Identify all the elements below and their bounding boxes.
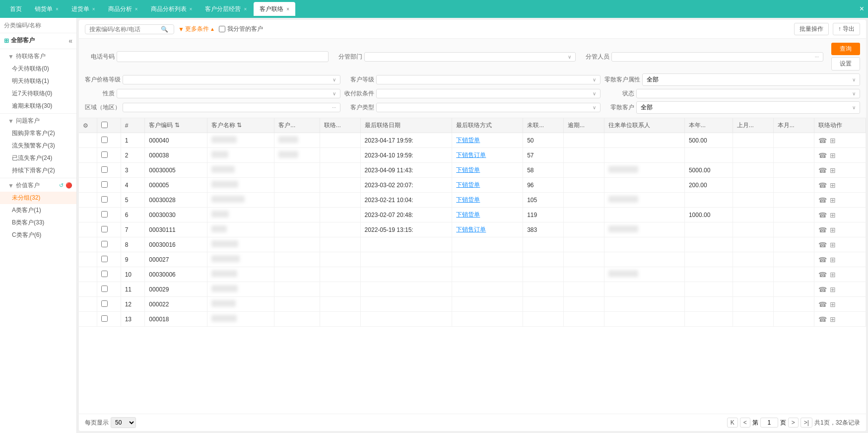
- row-select-checkbox[interactable]: [101, 181, 108, 188]
- filter-region-select[interactable]: ···: [123, 103, 340, 112]
- filter-price-level-select[interactable]: ∨: [123, 75, 340, 84]
- row-grid-icon[interactable]: ⊞: [830, 300, 836, 308]
- row-grid-icon[interactable]: ⊞: [830, 241, 836, 249]
- row-select-checkbox[interactable]: [101, 226, 108, 232]
- prev-page-btn[interactable]: <: [740, 418, 750, 428]
- row-call-icon[interactable]: ☎: [818, 271, 827, 279]
- checkbox-col-header[interactable]: [97, 118, 121, 133]
- row-select-checkbox[interactable]: [101, 211, 108, 217]
- export-btn[interactable]: ↑ 导出: [833, 23, 860, 35]
- page-input[interactable]: [760, 418, 778, 428]
- row-grid-icon[interactable]: ⊞: [830, 211, 836, 219]
- sidebar-item-overdue[interactable]: 逾期未联络(30): [0, 100, 76, 112]
- filter-customer-type-select[interactable]: ∨: [376, 103, 600, 112]
- row-checkbox[interactable]: [97, 163, 121, 178]
- sidebar-all-customers[interactable]: ⊞ 全部客户 «: [0, 33, 76, 48]
- tab-product-analysis[interactable]: 商品分析 ×: [102, 2, 144, 16]
- sidebar-group-problem[interactable]: ▼ 问题客户: [0, 115, 76, 127]
- row-checkbox[interactable]: [97, 178, 121, 193]
- row-select-checkbox[interactable]: [101, 271, 108, 277]
- row-call-icon[interactable]: ☎: [818, 211, 827, 219]
- row-call-icon[interactable]: ☎: [818, 181, 827, 189]
- sidebar-collapse-btn[interactable]: «: [68, 37, 72, 45]
- row-checkbox[interactable]: [97, 282, 121, 297]
- row-call-icon[interactable]: ☎: [818, 137, 827, 144]
- row-checkbox[interactable]: [97, 267, 121, 282]
- filter-nature-select[interactable]: ∨: [117, 89, 340, 98]
- close-customer-tier-icon[interactable]: ×: [244, 6, 247, 12]
- row-grid-icon[interactable]: ⊞: [830, 181, 836, 189]
- sidebar-search-input[interactable]: [4, 22, 77, 29]
- query-btn[interactable]: 查询: [831, 43, 860, 55]
- tab-purchase[interactable]: 进货单 ×: [66, 2, 101, 16]
- sidebar-item-ungrouped[interactable]: 未分组(32): [0, 192, 76, 204]
- row-checkbox[interactable]: [97, 193, 121, 208]
- row-checkbox[interactable]: [97, 222, 121, 237]
- close-window-icon[interactable]: ×: [860, 4, 864, 13]
- filter-retail-attr-select[interactable]: 全部 ∨: [642, 73, 860, 86]
- first-page-btn[interactable]: K: [727, 418, 738, 428]
- reset-btn[interactable]: 设置: [831, 57, 860, 71]
- row-call-icon[interactable]: ☎: [818, 196, 827, 204]
- row-call-icon[interactable]: ☎: [818, 300, 827, 308]
- row-grid-icon[interactable]: ⊞: [830, 166, 836, 174]
- settings-col-header[interactable]: ⚙: [79, 118, 97, 133]
- row-call-icon[interactable]: ☎: [818, 151, 827, 159]
- value-add-icon[interactable]: 🔴: [66, 182, 72, 189]
- filter-more-btn[interactable]: ▼ 更多条件 ▲: [178, 25, 215, 33]
- row-call-icon[interactable]: ☎: [818, 256, 827, 264]
- row-grid-icon[interactable]: ⊞: [830, 226, 836, 234]
- row-grid-icon[interactable]: ⊞: [830, 151, 836, 159]
- close-sales-icon[interactable]: ×: [56, 6, 59, 12]
- sidebar-item-hoard[interactable]: 囤购异常客户(2): [0, 127, 76, 140]
- tab-sales[interactable]: 销货单 ×: [29, 2, 65, 16]
- sidebar-item-a-class[interactable]: A类客户(1): [0, 204, 76, 216]
- filter-status-select[interactable]: ∨: [636, 89, 860, 98]
- sidebar-item-b-class[interactable]: B类客户(33): [0, 216, 76, 229]
- close-product-analysis-icon[interactable]: ×: [135, 6, 138, 12]
- sidebar-item-today[interactable]: 今天待联络(0): [0, 63, 76, 75]
- filter-phone-input[interactable]: [117, 51, 329, 62]
- filter-payment-select[interactable]: ∨: [376, 89, 600, 98]
- row-grid-icon[interactable]: ⊞: [830, 137, 836, 144]
- page-size-select[interactable]: 50 100 200: [111, 417, 136, 428]
- sidebar-item-churn[interactable]: 流失预警客户(3): [0, 140, 76, 152]
- row-call-icon[interactable]: ☎: [818, 166, 827, 174]
- close-customer-contact-icon[interactable]: ×: [286, 6, 289, 12]
- filter-customer-level-select[interactable]: ∨: [376, 75, 600, 84]
- row-checkbox[interactable]: [97, 148, 121, 163]
- row-select-checkbox[interactable]: [101, 241, 108, 247]
- batch-ops-btn[interactable]: 批量操作: [794, 23, 829, 35]
- my-customers-checkbox[interactable]: [219, 26, 225, 32]
- value-refresh-icon[interactable]: ↺: [59, 182, 64, 189]
- last-page-btn[interactable]: >|: [801, 418, 812, 428]
- filter-staff-select[interactable]: ···: [611, 52, 823, 62]
- sidebar-group-value[interactable]: ▼ 价值客户 ↺ 🔴: [0, 179, 76, 192]
- next-page-btn[interactable]: >: [788, 418, 799, 428]
- tab-home[interactable]: 首页: [4, 2, 28, 16]
- row-call-icon[interactable]: ☎: [818, 241, 827, 249]
- tab-customer-contact[interactable]: 客户联络 ×: [254, 2, 295, 16]
- sidebar-item-tomorrow[interactable]: 明天待联络(1): [0, 75, 76, 87]
- row-checkbox[interactable]: [97, 237, 121, 252]
- row-select-checkbox[interactable]: [101, 315, 108, 322]
- row-select-checkbox[interactable]: [101, 256, 108, 262]
- row-select-checkbox[interactable]: [101, 151, 108, 158]
- tab-product-list[interactable]: 商品分析列表 ×: [145, 2, 199, 16]
- row-select-checkbox[interactable]: [101, 166, 108, 173]
- tab-customer-tier[interactable]: 客户分层经营 ×: [199, 2, 253, 16]
- code-col-header[interactable]: 客户编码 ⇅: [145, 118, 207, 133]
- row-grid-icon[interactable]: ⊞: [830, 315, 836, 323]
- name-col-header[interactable]: 客户名称 ⇅: [207, 118, 274, 133]
- table-settings-icon[interactable]: ⚙: [83, 122, 88, 129]
- row-checkbox[interactable]: [97, 312, 121, 327]
- sidebar-item-lost[interactable]: 已流失客户(24): [0, 152, 76, 164]
- filter-my-customers[interactable]: 我分管的客户: [219, 25, 263, 33]
- row-select-checkbox[interactable]: [101, 286, 108, 292]
- row-checkbox[interactable]: [97, 297, 121, 312]
- sidebar-item-week[interactable]: 近7天待联络(0): [0, 87, 76, 100]
- filter-dept-select[interactable]: ∨: [364, 52, 576, 62]
- row-call-icon[interactable]: ☎: [818, 286, 827, 293]
- row-checkbox[interactable]: [97, 133, 121, 148]
- row-checkbox[interactable]: [97, 252, 121, 267]
